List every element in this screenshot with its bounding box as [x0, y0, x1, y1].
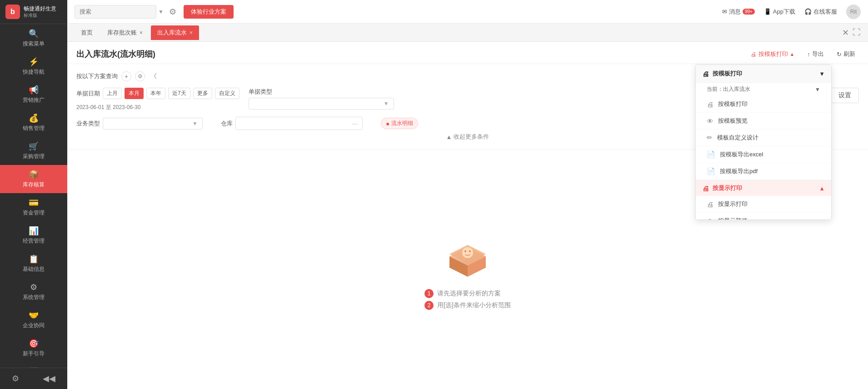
topbar-search-input[interactable]	[75, 5, 156, 19]
empty-step-1-label: 请先选择要分析的方案	[437, 289, 501, 298]
marketing-icon: 📢	[29, 85, 39, 95]
page-panel: 出入库流水(流水明细) 🖨 按模板打印 ▲ ↑ 导出 ↻ 刷新	[67, 42, 868, 389]
print-chevron-up-icon: ▲	[790, 51, 795, 57]
sidebar-item-system[interactable]: ⚙ 系统管理	[0, 278, 67, 306]
filter-collapse-btn[interactable]: 《	[150, 72, 157, 80]
tab-batch-account[interactable]: 库存批次账 ×	[101, 25, 149, 40]
tab-flow[interactable]: 出入库流水 ×	[151, 25, 199, 40]
sidebar-item-guide[interactable]: 🎯 新手引导	[0, 334, 67, 362]
guide-icon: 🎯	[29, 339, 39, 349]
dropdown-scroll-area: 🖨 按模板打印 ▼ 当前：出入库流水 ▼ 🖨	[696, 65, 831, 219]
basic-icon: 📋	[29, 254, 39, 264]
sidebar-item-inventory[interactable]: 📦 库存核算	[0, 165, 67, 193]
filter-header-label: 按以下方案查询	[76, 72, 118, 80]
sidebar-item-sales[interactable]: 💰 销售管理	[0, 109, 67, 137]
topbar-search-dropdown-icon[interactable]: ▼	[158, 9, 164, 15]
tab-close-all-btn[interactable]: ✕	[842, 28, 849, 38]
warehouse-label: 仓库	[221, 120, 233, 128]
tab-flow-close[interactable]: ×	[190, 30, 193, 36]
export-label: 导出	[812, 50, 824, 58]
export-icon: ↑	[808, 51, 811, 58]
tab-home[interactable]: 首页	[75, 25, 99, 40]
refresh-btn[interactable]: ↻ 刷新	[833, 48, 859, 60]
doc-type-select[interactable]: ▼	[249, 98, 394, 110]
trial-btn[interactable]: 体验行业方案	[184, 5, 234, 19]
step-num-2: 2	[424, 301, 434, 310]
warehouse-filter-field: 仓库 ···	[221, 117, 363, 130]
printer-icon: 🖨	[751, 51, 757, 58]
sidebar-item-collab[interactable]: 🤝 企业协同	[0, 306, 67, 334]
display-chevron-up-icon: ▲	[819, 185, 825, 192]
sidebar-collapse-btn[interactable]: ◀◀	[43, 374, 55, 384]
app-download-btn[interactable]: 📱 App下载	[764, 8, 795, 16]
tab-batch-account-close[interactable]: ×	[140, 30, 143, 36]
date-btn-this-month[interactable]: 本月	[125, 88, 144, 99]
empty-step-2-label: 用[选]条件来缩小分析范围	[437, 301, 511, 309]
sidebar-item-app-center[interactable]: 🔲 应用中心	[0, 362, 67, 368]
export-btn[interactable]: ↑ 导出	[804, 48, 828, 60]
sidebar-logo: b 畅捷通好生意 标准版	[0, 0, 67, 24]
date-btn-last-7[interactable]: 近7天	[168, 88, 190, 99]
filter-gear-btn[interactable]: ⚙	[135, 71, 145, 81]
business-type-select[interactable]: ▼	[103, 118, 203, 130]
app-brand-name: 畅捷通好生意	[24, 5, 56, 13]
sidebar-item-operations[interactable]: 📊 经营管理	[0, 221, 67, 249]
display-preview-item[interactable]: 👁 按显示预览	[696, 213, 831, 219]
quick-nav-icon: ⚡	[29, 57, 39, 67]
sidebar-item-basic[interactable]: 📋 基础信息	[0, 249, 67, 278]
sidebar-item-purchase[interactable]: 🛒 采购管理	[0, 137, 67, 165]
sidebar-settings-btn[interactable]: ⚙	[12, 374, 19, 384]
sidebar-item-label-inventory: 库存核算	[23, 181, 45, 189]
collapse-more-label: 收起更多条件	[454, 133, 489, 141]
settings-btn[interactable]: 设置	[831, 88, 859, 103]
empty-step-1: 1 请先选择要分析的方案	[424, 289, 511, 298]
template-preview-item[interactable]: 👁 按模板预览	[696, 113, 831, 130]
print-template-btn[interactable]: 🖨 按模板打印 ▲	[747, 48, 798, 60]
display-print-icon: 🖨	[707, 200, 713, 208]
template-custom-item-label: 模板自定义设计	[717, 134, 758, 142]
warehouse-more-icon[interactable]: ···	[352, 120, 358, 127]
template-custom-item[interactable]: ✏ 模板自定义设计	[696, 130, 831, 146]
user-avatar[interactable]: Rit	[846, 5, 861, 19]
sidebar-item-finance[interactable]: 💳 资金管理	[0, 193, 67, 221]
date-btn-this-year[interactable]: 本年	[146, 88, 165, 99]
print-dropdown-panel: 🖨 按模板打印 ▼ 当前：出入库流水 ▼ 🖨	[695, 65, 832, 220]
message-btn[interactable]: ✉ 消息 99+	[722, 8, 755, 16]
topbar-gear-icon[interactable]: ⚙	[169, 7, 176, 17]
template-export-pdf-item[interactable]: 📄 按模板导出pdf	[696, 163, 831, 180]
filter-chip-label: 流水明细	[391, 120, 413, 127]
business-type-filter-field: 业务类型 ▼	[76, 118, 203, 130]
sidebar-item-marketing[interactable]: 📢 营销推广	[0, 80, 67, 109]
tab-home-label: 首页	[81, 29, 93, 37]
template-export-pdf-label: 按模板导出pdf	[720, 167, 758, 175]
template-print-section-header[interactable]: 🖨 按模板打印 ▼	[696, 65, 831, 83]
sidebar-item-search[interactable]: 🔍 搜索菜单	[0, 24, 67, 52]
business-type-label: 业务类型	[76, 120, 100, 128]
app-logo-icon: b	[5, 5, 20, 19]
filter-add-btn[interactable]: +	[121, 71, 131, 81]
content-area: 出入库流水(流水明细) 🖨 按模板打印 ▲ ↑ 导出 ↻ 刷新	[67, 42, 868, 389]
date-btn-more[interactable]: 更多	[193, 88, 212, 99]
message-icon: ✉	[722, 8, 727, 15]
display-print-item[interactable]: 🖨 按显示打印	[696, 196, 831, 213]
printer-section-icon: 🖨	[702, 70, 709, 78]
purchase-icon: 🛒	[29, 141, 39, 151]
search-icon: 🔍	[29, 29, 39, 39]
date-btn-last-month[interactable]: 上月	[103, 88, 122, 99]
tab-flow-label: 出入库流水	[157, 29, 187, 37]
operations-icon: 📊	[29, 226, 39, 236]
template-print-item[interactable]: 🖨 按模板打印	[696, 96, 831, 113]
user-name: Rit	[850, 9, 857, 15]
tab-maximize-btn[interactable]: ⛶	[853, 28, 861, 37]
date-btn-custom[interactable]: 自定义	[215, 88, 239, 99]
svg-point-4	[462, 247, 473, 258]
template-export-pdf-icon: 📄	[707, 167, 715, 175]
sidebar-item-quick-nav[interactable]: ⚡ 快捷导航	[0, 52, 67, 80]
current-chevron-down-icon: ▼	[815, 86, 820, 93]
customer-service-btn[interactable]: 🎧 在线客服	[804, 8, 837, 16]
filter-chip-detail[interactable]: ● 流水明细	[381, 118, 418, 129]
display-printer-icon: 🖨	[702, 185, 709, 192]
template-export-excel-item[interactable]: 📄 按模板导出excel	[696, 146, 831, 163]
tabs-actions: ✕ ⛶	[842, 28, 861, 38]
display-print-section-header[interactable]: 🖨 按显示打印 ▲	[696, 180, 831, 196]
